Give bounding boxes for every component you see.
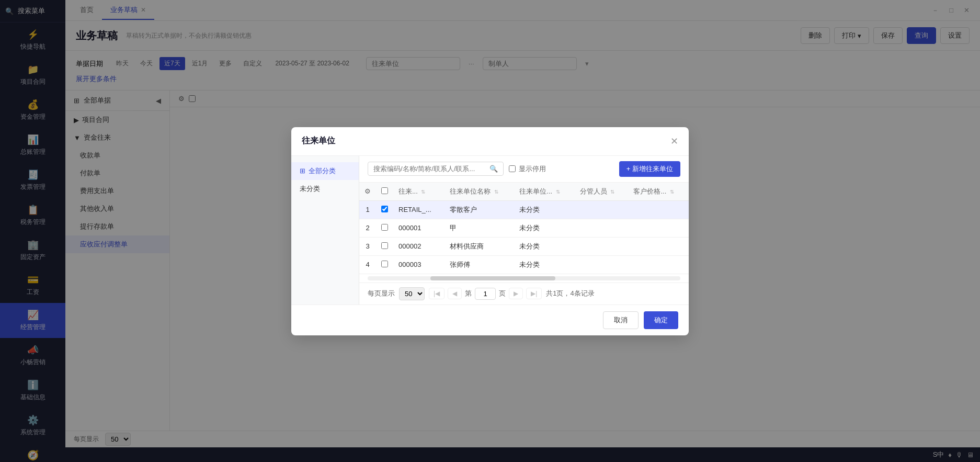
- add-partner-button[interactable]: + 新增往来单位: [619, 161, 680, 177]
- scrollbar-thumb: [430, 276, 555, 280]
- page-number-input[interactable]: [475, 288, 496, 300]
- row-name-4: 张师傅: [445, 255, 514, 274]
- page-size-select[interactable]: 50: [399, 287, 425, 300]
- partner-dialog: 往来单位 ✕ ⊞ 全部分类 未分类 🔍: [291, 127, 689, 335]
- dialog-search-input[interactable]: [373, 165, 486, 173]
- table-row[interactable]: 2 000001 甲 未分类: [359, 219, 689, 237]
- dialog-toolbar: 🔍 显示停用 + 新增往来单位: [359, 156, 689, 183]
- prev-page-button[interactable]: ◀: [448, 288, 462, 299]
- col-header-name: 往来单位名称 ⇅: [445, 183, 514, 201]
- col-header-check: [376, 183, 393, 201]
- row-num-1: 1: [359, 200, 376, 219]
- row-price-cat-3: [628, 237, 689, 255]
- table-row[interactable]: 3 000002 材料供应商 未分类: [359, 237, 689, 255]
- row-num-2: 2: [359, 219, 376, 237]
- row-price-cat-4: [628, 255, 689, 274]
- confirm-button[interactable]: 确定: [644, 311, 678, 329]
- row-category-1: 未分类: [514, 200, 574, 219]
- page-navigation: |◀ ◀ 第 页 ▶ ▶|: [429, 288, 542, 300]
- dialog-actions: 取消 确定: [291, 305, 689, 335]
- last-page-button[interactable]: ▶|: [526, 288, 542, 299]
- show-disabled-checkbox-label[interactable]: 显示停用: [509, 164, 546, 174]
- dialog-category-uncategorized[interactable]: 未分类: [291, 180, 359, 198]
- sort-icon-code: ⇅: [421, 189, 425, 195]
- cancel-button[interactable]: 取消: [603, 311, 639, 329]
- table-row[interactable]: 1 RETAIL_... 零散客户 未分类: [359, 200, 689, 219]
- dialog-search-wrapper: 🔍: [368, 162, 504, 176]
- dialog-close-button[interactable]: ✕: [670, 136, 678, 147]
- row-name-2: 甲: [445, 219, 514, 237]
- sort-icon-category: ⇅: [556, 189, 560, 195]
- row-code-1: RETAIL_...: [393, 200, 445, 219]
- row-salesperson-4: [575, 255, 629, 274]
- settings-icon[interactable]: ⚙: [364, 187, 371, 195]
- sort-icon-price-cat: ⇅: [670, 189, 674, 195]
- horizontal-scrollbar[interactable]: [368, 276, 680, 280]
- row-check-4[interactable]: [376, 255, 393, 274]
- row-code-3: 000002: [393, 237, 445, 255]
- row-salesperson-3: [575, 237, 629, 255]
- col-header-category: 往来单位... ⇅: [514, 183, 574, 201]
- row-name-3: 材料供应商: [445, 237, 514, 255]
- row-category-3: 未分类: [514, 237, 574, 255]
- col-header-price-cat: 客户价格... ⇅: [628, 183, 689, 201]
- row-salesperson-2: [575, 219, 629, 237]
- total-records: 共1页，4条记录: [546, 289, 594, 298]
- dialog-header: 往来单位 ✕: [291, 127, 689, 156]
- row-check-2[interactable]: [376, 219, 393, 237]
- sort-icon-salesperson: ⇅: [610, 189, 614, 195]
- dialog-body: ⊞ 全部分类 未分类 🔍 显示停用: [291, 156, 689, 305]
- search-icon-small: 🔍: [489, 165, 498, 173]
- dialog-title: 往来单位: [302, 136, 335, 147]
- col-header-code: 往来... ⇅: [393, 183, 445, 201]
- dialog-pagination: 每页显示 50 |◀ ◀ 第 页 ▶ ▶| 共1页，4条记录: [359, 283, 689, 305]
- col-header-salesperson: 分管人员 ⇅: [575, 183, 629, 201]
- row-category-2: 未分类: [514, 219, 574, 237]
- table-row[interactable]: 4 000003 张师傅 未分类: [359, 255, 689, 274]
- next-page-button[interactable]: ▶: [509, 288, 523, 299]
- col-header-icon: ⚙: [359, 183, 376, 201]
- row-check-1[interactable]: [376, 200, 393, 219]
- row-price-cat-2: [628, 219, 689, 237]
- row-category-4: 未分类: [514, 255, 574, 274]
- row-num-4: 4: [359, 255, 376, 274]
- dialog-content-main: 🔍 显示停用 + 新增往来单位 ⚙: [359, 156, 689, 305]
- row-name-1: 零散客户: [445, 200, 514, 219]
- row-code-2: 000001: [393, 219, 445, 237]
- row-salesperson-1: [575, 200, 629, 219]
- grid-icon-small: ⊞: [300, 167, 305, 175]
- sort-icon-name: ⇅: [494, 189, 498, 195]
- dialog-category-sidebar: ⊞ 全部分类 未分类: [291, 156, 359, 305]
- row-price-cat-1: [628, 200, 689, 219]
- dialog-overlay: 往来单位 ✕ ⊞ 全部分类 未分类 🔍: [0, 0, 980, 462]
- row-num-3: 3: [359, 237, 376, 255]
- row-check-3[interactable]: [376, 237, 393, 255]
- dialog-category-all[interactable]: ⊞ 全部分类: [291, 162, 359, 180]
- row-code-4: 000003: [393, 255, 445, 274]
- show-disabled-checkbox[interactable]: [509, 165, 516, 172]
- dialog-table: ⚙ 往来... ⇅ 往来单位名称: [359, 183, 689, 274]
- select-all-dialog-checkbox[interactable]: [381, 187, 388, 194]
- first-page-button[interactable]: |◀: [429, 288, 445, 299]
